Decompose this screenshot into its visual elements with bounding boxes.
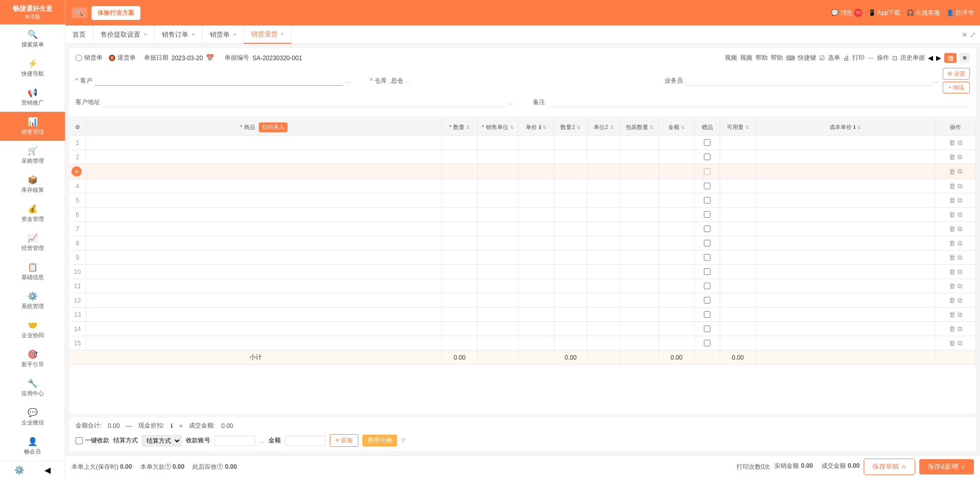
unit2-cell[interactable] — [587, 308, 621, 322]
quantity-cell[interactable] — [442, 293, 478, 308]
sidebar-item-apps[interactable]: 🔧 应用中心 — [0, 373, 65, 402]
product-cell[interactable] — [86, 279, 442, 293]
amount-cell[interactable] — [659, 208, 695, 222]
product-cell[interactable] — [86, 293, 442, 308]
unit2-cell[interactable] — [587, 164, 621, 179]
address-more-btn[interactable]: ... — [508, 99, 512, 106]
available-cell[interactable] — [720, 150, 756, 164]
amount-cell[interactable] — [659, 250, 695, 265]
sidebar-item-sales[interactable]: 📊 销售管理 — [0, 112, 65, 141]
delete-row-btn[interactable]: 🗑 — [949, 225, 955, 233]
gift-cell[interactable] — [695, 164, 720, 179]
unit2-cell[interactable] — [587, 208, 621, 222]
delete-row-btn[interactable]: 🗑 — [949, 211, 955, 218]
online-service-btn[interactable]: 🎧 在线客服 — [906, 9, 940, 17]
unit2-cell[interactable] — [587, 150, 621, 164]
tab-price-settings[interactable]: 售价提取设置 × — [93, 26, 155, 44]
close-tab-price[interactable]: × — [144, 32, 147, 37]
qty2-cell[interactable] — [554, 322, 587, 336]
date-picker-btn[interactable]: 📅 — [206, 54, 214, 62]
sales-unit-cell[interactable] — [478, 279, 519, 293]
gift-cell[interactable] — [695, 222, 720, 236]
available-cell[interactable] — [720, 208, 756, 222]
split-cost-btn[interactable]: 费用分摊 — [362, 435, 397, 446]
unit2-cell[interactable] — [587, 279, 621, 293]
unit-price-cell[interactable] — [519, 336, 554, 350]
close-tab-sales-order[interactable]: × — [192, 32, 195, 37]
quantity-cell[interactable] — [442, 279, 478, 293]
product-cell[interactable] — [86, 150, 442, 164]
history-btn[interactable]: ⊡ — [892, 55, 897, 62]
delete-row-btn[interactable]: 🗑 — [949, 239, 955, 247]
quantity-cell[interactable] — [442, 179, 478, 193]
add-row-btn[interactable]: + — [71, 166, 82, 177]
video-btn[interactable]: 视频 — [725, 54, 737, 62]
available-cell[interactable] — [720, 250, 756, 265]
unit-price-cell[interactable] — [519, 150, 554, 164]
quantity-cell[interactable] — [442, 250, 478, 265]
quantity-cell[interactable] — [442, 136, 478, 150]
sales-unit-cell[interactable] — [478, 164, 519, 179]
qty2-cell[interactable] — [554, 279, 587, 293]
qty2-cell[interactable] — [554, 193, 587, 208]
app-download-btn[interactable]: 📱 App下载 — [868, 9, 900, 17]
available-cell[interactable] — [720, 308, 756, 322]
pack-qty-cell[interactable] — [621, 164, 659, 179]
copy-row-btn[interactable]: ⧉ — [958, 311, 962, 319]
gift-cell[interactable] — [695, 236, 720, 250]
sales-unit-cell[interactable] — [478, 179, 519, 193]
gift-cell[interactable] — [695, 308, 720, 322]
sales-unit-cell[interactable] — [478, 322, 519, 336]
qty2-cell[interactable] — [554, 308, 587, 322]
delete-row-btn[interactable]: 🗑 — [949, 268, 955, 275]
scan-btn[interactable]: 扫码录入 — [259, 122, 287, 132]
address-input[interactable] — [102, 97, 506, 107]
sidebar-item-inventory[interactable]: 📦 库存核算 — [0, 170, 65, 199]
staff-input[interactable] — [685, 76, 932, 86]
save-new-btn[interactable]: 保存&新增 ∨ — [919, 459, 974, 474]
account-input[interactable] — [214, 436, 255, 446]
gift-cell[interactable] — [695, 193, 720, 208]
gift-cell[interactable] — [695, 179, 720, 193]
close-tab-sales[interactable]: × — [233, 32, 236, 37]
one-click-item[interactable]: 一键收款 — [76, 436, 109, 445]
qty2-cell[interactable] — [554, 136, 587, 150]
amount-cell[interactable] — [659, 265, 695, 279]
product-cell[interactable] — [86, 250, 442, 265]
message-btn[interactable]: 💬 消息 70 — [831, 9, 862, 17]
cost-price-cell[interactable] — [756, 179, 935, 193]
unit2-cell[interactable] — [587, 136, 621, 150]
sales-unit-cell[interactable] — [478, 193, 519, 208]
tab-sales-order[interactable]: 销售订单 × — [155, 26, 203, 44]
gift-cell[interactable] — [695, 208, 720, 222]
tab-sales[interactable]: 销货单 × — [203, 26, 244, 44]
expand-tab-btn[interactable]: ⤢ — [970, 31, 976, 39]
available-cell[interactable] — [720, 236, 756, 250]
qty2-cell[interactable] — [554, 179, 587, 193]
unit-price-cell[interactable] — [519, 236, 554, 250]
amount-cell[interactable] — [659, 336, 695, 350]
quantity-cell[interactable] — [442, 336, 478, 350]
unit2-cell[interactable] — [587, 322, 621, 336]
copy-row-btn[interactable]: ⧉ — [958, 239, 962, 247]
delete-row-btn[interactable]: 🗑 — [949, 139, 955, 146]
copy-row-btn[interactable]: ⧉ — [958, 167, 962, 175]
cost-price-cell[interactable] — [756, 208, 935, 222]
product-cell[interactable] — [86, 208, 442, 222]
logistics-btn[interactable]: + 物流 — [943, 82, 970, 93]
unit2-cell[interactable] — [587, 265, 621, 279]
amount-cell[interactable] — [659, 136, 695, 150]
split-help-btn[interactable]: ? — [401, 437, 405, 444]
copy-row-btn[interactable]: ⧉ — [958, 339, 962, 347]
qty2-cell[interactable] — [554, 293, 587, 308]
gift-cell[interactable] — [695, 322, 720, 336]
copy-row-btn[interactable]: ⧉ — [958, 254, 962, 262]
delete-row-btn[interactable]: 🗑 — [949, 153, 955, 161]
gift-checkbox[interactable] — [704, 283, 710, 289]
cost-price-cell[interactable] — [756, 293, 935, 308]
delete-row-btn[interactable]: 🗑 — [949, 254, 955, 261]
sidebar-item-marketing[interactable]: 📢 营销推广 — [0, 83, 65, 112]
pack-qty-cell[interactable] — [621, 208, 659, 222]
pack-qty-cell[interactable] — [621, 193, 659, 208]
next-record-btn[interactable]: ▶ — [936, 54, 941, 62]
